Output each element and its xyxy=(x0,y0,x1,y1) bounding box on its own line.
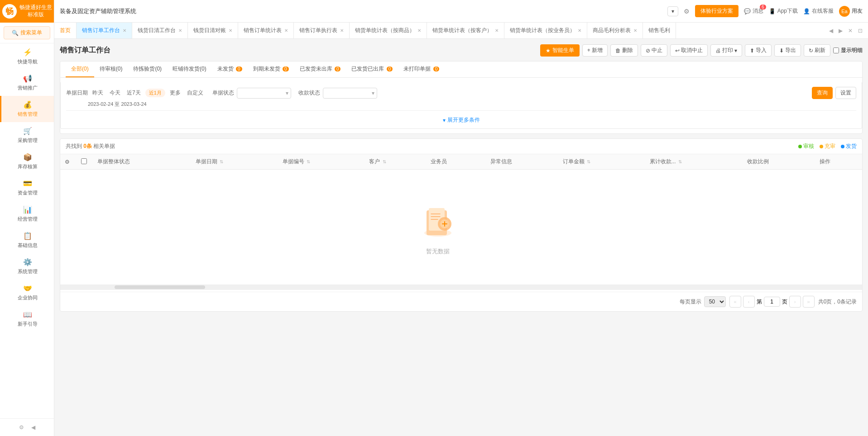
sidebar-item-finance[interactable]: 💳 资金管理 xyxy=(0,175,54,201)
date-opt-custom[interactable]: 自定义 xyxy=(185,88,205,98)
tab-prev-arrow[interactable]: ◀ xyxy=(827,27,835,35)
th-date[interactable]: 单据日期 ⇅ xyxy=(191,154,278,170)
sub-tab-not-printed[interactable]: 未打印单据 0 xyxy=(398,62,445,77)
sidebar: 畅 畅捷通好生意 标准版 🔍 搜索菜单 ⚡ 快捷导航 📢 营销推广 💰 销售管理… xyxy=(0,0,54,436)
query-button[interactable]: 查询 xyxy=(812,87,833,99)
collapse-icon[interactable]: ◀ xyxy=(29,422,37,432)
export-button[interactable]: ⬇ 导出 xyxy=(774,44,801,57)
scrollbar-thumb[interactable] xyxy=(115,285,205,289)
sub-tab-pending-inspect[interactable]: 待拣验货(0) xyxy=(128,62,167,77)
tab-sales-stats-customer[interactable]: 销货单统计表（按客户） ✕ xyxy=(427,23,504,39)
tab-sales-stats-close[interactable]: ✕ xyxy=(284,28,288,33)
sidebar-item-operations[interactable]: 📊 经营管理 xyxy=(0,201,54,227)
tab-home[interactable]: 首页 xyxy=(54,23,77,39)
date-opt-7days[interactable]: 近7天 xyxy=(125,88,143,98)
th-collected[interactable]: 累计收款... ⇅ xyxy=(645,154,743,170)
tab-cash-reconcile[interactable]: 钱货日清对账 ✕ xyxy=(188,23,238,39)
next-page-button[interactable]: › xyxy=(789,296,801,308)
th-checkbox[interactable] xyxy=(77,154,93,170)
app-download-button[interactable]: 📱 App下载 xyxy=(769,7,798,15)
print-button[interactable]: 🖨 打印 ▾ xyxy=(710,44,742,57)
sidebar-item-quick-nav[interactable]: ⚡ 快捷导航 xyxy=(0,43,54,70)
settings-gear-icon[interactable]: ⚙ xyxy=(684,8,690,15)
cancel-stop-button[interactable]: ↩ 取消中止 xyxy=(670,44,708,57)
page-input[interactable] xyxy=(764,297,780,307)
customer-sort-icon: ⇅ xyxy=(383,159,386,164)
tab-sales-gross[interactable]: 销售毛利 xyxy=(643,23,676,39)
th-settings[interactable]: ⚙ xyxy=(60,154,77,170)
sub-tab-pending-audit[interactable]: 待审核(0) xyxy=(94,62,128,77)
date-opt-1month[interactable]: 近1月 xyxy=(145,89,165,97)
refresh-button[interactable]: ↻ 刷新 xyxy=(804,44,830,57)
th-staff: 业务员 xyxy=(426,154,486,170)
tab-cash-reconcile-close[interactable]: ✕ xyxy=(229,28,232,33)
sidebar-item-guide[interactable]: 📖 新手引导 xyxy=(0,306,54,332)
ship-dot xyxy=(841,145,844,148)
sub-tab-shipped-not-warehouse[interactable]: 已发货未出库 0 xyxy=(294,62,346,77)
system-dropdown[interactable]: ▾ xyxy=(667,6,678,16)
sub-tab-shipped-warehouse[interactable]: 已发货已出库 0 xyxy=(346,62,398,77)
smart-create-button[interactable]: ★ 智能生单 xyxy=(540,44,580,57)
th-amount[interactable]: 订单金额 ⇅ xyxy=(558,154,645,170)
tab-sales-exec[interactable]: 销售订单执行表 ✕ xyxy=(294,23,350,39)
settings-bottom-icon[interactable]: ⚙ xyxy=(17,422,26,432)
sidebar-item-inventory[interactable]: 📦 库存核算 xyxy=(0,148,54,175)
sub-tab-not-shipped[interactable]: 未发货 0 xyxy=(212,62,248,77)
audit-op-button[interactable]: 审核 xyxy=(798,142,814,150)
tab-sales-exec-close[interactable]: ✕ xyxy=(340,28,344,33)
tab-sales-stats-staff[interactable]: 销货单统计表（按业务员） ✕ xyxy=(504,23,587,39)
last-page-button[interactable]: » xyxy=(803,296,815,308)
sub-tab-all[interactable]: 全部(0) xyxy=(66,62,94,77)
payment-select[interactable] xyxy=(323,88,377,99)
tab-next-arrow[interactable]: ▶ xyxy=(837,27,844,35)
tab-sales-stats-product[interactable]: 销货单统计表（按商品） ✕ xyxy=(350,23,427,39)
first-page-button[interactable]: « xyxy=(729,296,741,308)
solution-button[interactable]: 体验行业方案 xyxy=(695,5,739,17)
sub-tab-wangpu[interactable]: 旺铺待发货(0) xyxy=(167,62,212,77)
prev-page-button[interactable]: ‹ xyxy=(743,296,755,308)
select-all-checkbox[interactable] xyxy=(81,158,87,164)
th-customer[interactable]: 客户 ⇅ xyxy=(364,154,426,170)
delete-button[interactable]: 🗑 删除 xyxy=(610,44,638,57)
filter-settings-button[interactable]: 设置 xyxy=(835,87,856,99)
message-button[interactable]: 💬 消息 6 xyxy=(744,7,763,15)
revoke-op-button[interactable]: 充审 xyxy=(820,142,835,150)
sidebar-item-marketing[interactable]: 📢 营销推广 xyxy=(0,70,54,96)
sidebar-item-system[interactable]: ⚙️ 系统管理 xyxy=(0,253,54,280)
tab-sales-workbench-close[interactable]: ✕ xyxy=(123,28,126,33)
tab-cash-daily-close[interactable]: ✕ xyxy=(178,28,182,33)
date-opt-today[interactable]: 今天 xyxy=(108,88,122,98)
sidebar-item-purchase[interactable]: 🛒 采购管理 xyxy=(0,122,54,148)
stop-button[interactable]: ⊘ 中止 xyxy=(641,44,667,57)
date-opt-yesterday[interactable]: 昨天 xyxy=(91,88,105,98)
tab-gross-profit-close[interactable]: ✕ xyxy=(633,28,637,33)
tab-sales-workbench[interactable]: 销售订单工作台 ✕ xyxy=(77,23,132,39)
horizontal-scrollbar[interactable] xyxy=(60,284,862,290)
date-opt-more[interactable]: 更多 xyxy=(168,88,182,98)
show-detail-checkbox-label[interactable]: 显示明细 xyxy=(833,47,863,54)
header-actions: 💬 消息 6 📱 App下载 👤 在线客服 Ea 用友 xyxy=(744,6,863,17)
th-number[interactable]: 单据编号 ⇅ xyxy=(278,154,365,170)
tab-sales-stats[interactable]: 销售订单统计表 ✕ xyxy=(238,23,294,39)
tab-gross-profit[interactable]: 商品毛利分析表 ✕ xyxy=(587,23,643,39)
sub-tab-expired-not-shipped[interactable]: 到期未发货 0 xyxy=(248,62,294,77)
tab-sales-stats-product-close[interactable]: ✕ xyxy=(417,28,421,33)
expand-conditions-button[interactable]: ▾ 展开更多条件 xyxy=(66,116,856,124)
search-menu-button[interactable]: 🔍 搜索菜单 xyxy=(4,26,50,39)
tab-cash-daily[interactable]: 钱货日清工作台 ✕ xyxy=(132,23,188,39)
sidebar-item-sales[interactable]: 💰 销售管理 xyxy=(0,96,54,122)
sidebar-item-basic-info[interactable]: 📋 基础信息 xyxy=(0,227,54,253)
import-button[interactable]: ⬆ 导入 xyxy=(745,44,772,57)
tab-maximize[interactable]: ⊡ xyxy=(856,27,864,35)
per-page-select[interactable]: 50 xyxy=(704,296,726,307)
add-button[interactable]: + 新增 xyxy=(582,44,608,57)
tab-close-all[interactable]: ✕ xyxy=(846,27,854,35)
tab-sales-stats-customer-close[interactable]: ✕ xyxy=(495,28,499,33)
show-detail-checkbox[interactable] xyxy=(833,47,839,53)
status-select[interactable] xyxy=(237,88,291,99)
tab-sales-stats-staff-close[interactable]: ✕ xyxy=(578,28,581,33)
online-service-button[interactable]: 👤 在线客服 xyxy=(803,7,834,15)
sidebar-item-cooperation[interactable]: 🤝 企业协同 xyxy=(0,280,54,306)
ship-op-button[interactable]: 发货 xyxy=(841,142,857,150)
user-menu[interactable]: Ea 用友 xyxy=(839,6,863,17)
